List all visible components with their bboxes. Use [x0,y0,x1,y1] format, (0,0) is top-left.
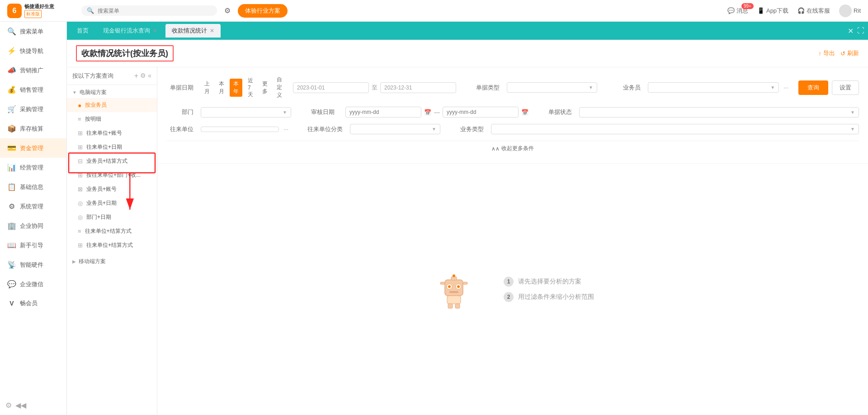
query-btn[interactable]: 查询 [798,80,828,95]
scheme-collapse-icon[interactable]: « [148,72,151,80]
sidebar-settings-icon[interactable]: ⚙ [5,401,12,410]
partner-select[interactable] [201,127,279,132]
salesperson-select[interactable]: ▼ [648,82,779,93]
sidebar-item-sales[interactable]: 💰 销售管理 [0,80,66,99]
scheme-item-by-detail[interactable]: ≡ 按明细 [67,112,157,126]
messages-btn[interactable]: 💬 消息 99+ [727,7,748,15]
partner-more-btn[interactable]: ··· [281,125,291,133]
scheme-item-by-salesperson[interactable]: ● 按业务员 [67,98,157,112]
review-date-start[interactable] [345,107,421,118]
export-btn[interactable]: ↑ 导出 [819,49,835,57]
sidebar-item-operation[interactable]: 📊 经营管理 [0,158,66,177]
mobile-section: ▶ 移动端方案 [67,254,157,267]
trial-btn[interactable]: 体验行业方案 [238,4,288,18]
date-tab-last-month[interactable]: 上月 [201,79,213,97]
app-download-btn[interactable]: 📱 App下载 [757,7,788,15]
scheme-item-label: 往来单位+结算方式 [86,241,133,249]
header-search-input[interactable] [98,8,212,14]
date-tab-custom[interactable]: 自定义 [273,75,286,100]
sidebar-item-label: 基础信息 [20,183,43,191]
scheme-item-dept-date[interactable]: ◎ 部门+日期 [67,210,157,224]
dept-select[interactable]: ▼ [201,107,291,118]
header-right: 💬 消息 99+ 📱 App下载 🎧 在线客服 Rit [727,5,861,17]
sidebar-item-enterprise[interactable]: 🏢 企业协同 [0,216,66,236]
scheme-icon: ◎ [78,200,83,207]
sidebar-item-guide[interactable]: 📖 新手引导 [0,236,66,255]
review-date-calendar-icon[interactable]: 📅 [424,109,431,116]
refresh-btn[interactable]: ↺ 刷新 [840,49,859,57]
tab-fullscreen-icon[interactable]: ⛶ [857,27,864,35]
scheme-item-unit-dept-collect[interactable]: ⊞ 按往来单位+部门+收... [67,168,157,182]
scheme-icon: ◎ [78,214,83,221]
collapse-btn[interactable]: ∧∧ 收起更多条件 [166,141,859,156]
scheme-panel-header: 按以下方案查询 + ⚙ « [67,67,157,85]
scheme-item-salesperson-settlement[interactable]: ⊟ 业务员+结算方式 [67,154,157,168]
scheme-desktop-section[interactable]: ▼ 电脑端方案 [67,85,157,98]
bank-flow-close-icon[interactable]: ✕ [153,28,157,34]
online-service-btn[interactable]: 🎧 在线客服 [797,7,830,15]
sidebar-collapse-icon[interactable]: ◀◀ [15,401,26,410]
scheme-add-icon[interactable]: + [134,72,138,80]
sidebar-item-marketing[interactable]: 📣 营销推广 [0,61,66,80]
svg-rect-9 [451,277,457,280]
sidebar-item-search[interactable]: 🔍 搜索菜单 [0,22,66,41]
business-type-arrow-icon: ▼ [850,127,855,132]
empty-state-content: 1 请先选择要分析的方案 2 用过滤条件来缩小分析范围 [431,264,594,315]
date-tab-more[interactable]: 更多 [259,79,271,97]
header-settings-icon[interactable]: ⚙ [224,6,231,15]
tab-home[interactable]: 首页 [71,24,95,38]
scheme-item-label: 按明细 [85,115,101,123]
header-search-box[interactable]: 🔍 [81,5,217,16]
business-type-select[interactable]: ▼ [491,124,859,134]
sidebar-item-basicinfo[interactable]: 📋 基础信息 [0,177,66,197]
partner-label: 往来单位 [166,125,193,133]
messages-badge: 99+ [741,3,754,9]
scheme-mobile-section[interactable]: ▶ 移动端方案 [67,254,157,267]
tab-bank-flow[interactable]: 现金银行流水查询 ✕ [97,24,164,38]
sidebar-item-finance[interactable]: 💳 资金管理 [0,138,66,158]
scheme-item-unit-account[interactable]: ⊞ 往来单位+账号 [67,126,157,140]
user-area[interactable]: Rit [839,5,861,17]
tab-collection-stat[interactable]: 收款情况统计 ✕ [165,24,221,38]
collection-stat-close-icon[interactable]: ✕ [210,28,214,34]
settings-btn[interactable]: 设置 [832,80,859,95]
partner-category-select[interactable]: ▼ [350,124,440,134]
doc-type-select[interactable]: ▼ [507,82,597,93]
date-tab-this-year[interactable]: 本年 [230,79,242,97]
sidebar-item-inventory[interactable]: 📦 库存核算 [0,119,66,138]
date-tab-last7[interactable]: 近7天 [244,75,257,100]
filter-row-2: 部门 ▼ 审核日期 📅 — 📅 单据状态 [166,107,859,118]
review-date-calendar-icon2[interactable]: 📅 [521,109,528,116]
sidebar-item-system[interactable]: ⚙ 系统管理 [0,197,66,216]
sidebar-item-label: 搜索菜单 [20,28,43,36]
partner-area: ··· [201,125,291,133]
date-end-input[interactable] [380,82,456,93]
scheme-icon: ≡ [78,228,81,235]
section-expand-icon: ▶ [72,259,76,264]
page-title: 收款情况统计(按业务员) [76,45,174,61]
page-header: 收款情况统计(按业务员) ↑ 导出 ↺ 刷新 [67,40,868,67]
sidebar-item-hardware[interactable]: 📡 智能硬件 [0,255,66,274]
sidebar-item-member[interactable]: V 畅会员 [0,294,66,313]
scheme-item-unit-settlement1[interactable]: ≡ 往来单位+结算方式 [67,224,157,238]
scheme-item-label: 部门+日期 [86,213,111,221]
tab-close-all-icon[interactable]: ✕ [848,27,854,35]
scheme-item-unit-settlement2[interactable]: ⊞ 往来单位+结算方式 [67,238,157,252]
salesperson-more-btn[interactable]: ··· [781,83,791,92]
date-start-input[interactable] [293,82,369,93]
scheme-icon: ⊞ [78,242,83,249]
scheme-icon: ≡ [78,116,81,123]
sidebar-item-quicknav[interactable]: ⚡ 快捷导航 [0,41,66,61]
review-date-label: 审核日期 [307,108,335,116]
scheme-item-unit-date[interactable]: ⊞ 往来单位+日期 [67,140,157,154]
sidebar-item-purchase[interactable]: 🛒 采购管理 [0,99,66,119]
service-icon: 🎧 [797,7,805,14]
scheme-settings-icon[interactable]: ⚙ [140,72,146,80]
review-date-divider: — [434,109,440,116]
doc-status-select[interactable]: ▼ [579,107,859,118]
scheme-item-salesperson-account[interactable]: ⊠ 业务员+账号 [67,182,157,196]
scheme-item-salesperson-date[interactable]: ◎ 业务员+日期 [67,196,157,210]
review-date-end[interactable] [443,107,519,118]
date-tab-this-month[interactable]: 本月 [215,79,228,97]
sidebar-item-wechat[interactable]: 💬 企业微信 [0,274,66,294]
